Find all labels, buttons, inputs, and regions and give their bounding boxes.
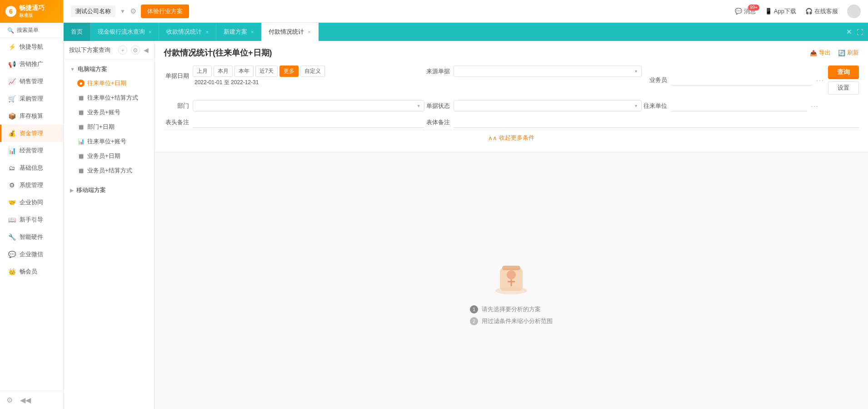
scheme-item-label: 往来单位+结算方式 (87, 94, 138, 102)
scheme-item-label: 业务员+账号 (87, 108, 120, 116)
sidebar-item-operations[interactable]: 📊 经营管理 (0, 142, 63, 159)
date-btn-custom[interactable]: 自定义 (300, 66, 325, 77)
main-content: 测试公司名称 ▼ ⚙ 体验行业方案 💬 消息 99+ 📱 App下载 🎧 在线客… (64, 0, 868, 409)
tab-payment-stats-close[interactable]: × (308, 29, 310, 35)
sidebar-search[interactable]: 🔍 搜索菜单 (0, 23, 63, 38)
service-label: 在线客服 (814, 7, 838, 15)
tab-home[interactable]: 首页 (64, 23, 90, 41)
sidebar-item-collab[interactable]: 🤝 企业协同 (0, 194, 63, 211)
date-btn-more[interactable]: 更多 (279, 66, 299, 77)
note-header-input[interactable] (193, 117, 424, 128)
tab-new-scheme[interactable]: 新建方案 × (216, 23, 261, 41)
tab-maximize-icon[interactable]: ⛶ (857, 28, 863, 36)
message-icon: 💬 (735, 8, 742, 15)
group-label: 电脑端方案 (78, 65, 107, 73)
basic-info-icon: 🗂 (8, 164, 16, 172)
salesman-input[interactable] (671, 75, 813, 86)
scheme-item-partner-account[interactable]: 📊 往来单位+账号 (64, 134, 154, 149)
scheme-item-salesman-settlement[interactable]: ▦ 业务员+结算方式 (64, 163, 154, 178)
topbar-settings-icon[interactable]: ⚙ (130, 7, 136, 15)
tab-new-scheme-label: 新建方案 (224, 28, 247, 36)
tab-close-all-icon[interactable]: ✕ (846, 28, 852, 36)
sidebar-item-wechat[interactable]: 💬 企业微信 (0, 246, 63, 263)
scheme-item-label: 业务员+日期 (87, 152, 120, 160)
scheme-item-dept-date[interactable]: ▦ 部门+日期 (64, 120, 154, 134)
tab-bank-flow-close[interactable]: × (149, 29, 151, 35)
partner-more-btn[interactable]: ··· (811, 102, 819, 110)
salesman-label: 业务员 (642, 76, 667, 84)
scheme-group-desktop: ▼ 电脑端方案 ● 往来单位+日期 ▦ 往来单位+结算方式 ▦ 业务员+账号 ▦ (64, 60, 154, 181)
collapse-more-btn[interactable]: ∧∧ 收起更多条件 (164, 130, 859, 146)
scheme-item-salesman-date[interactable]: ▦ 业务员+日期 (64, 149, 154, 163)
query-button[interactable]: 查询 (828, 66, 859, 79)
company-name[interactable]: 测试公司名称 (71, 5, 115, 17)
settings-button[interactable]: 设置 (828, 81, 859, 95)
scheme-item-partner-settlement[interactable]: ▦ 往来单位+结算方式 (64, 91, 154, 105)
tabbar: 首页 现金银行流水查询 × 收款情况统计 × 新建方案 × 付款情况统计 × ✕… (64, 23, 868, 41)
user-avatar[interactable] (847, 5, 861, 18)
add-scheme-btn[interactable]: + (118, 45, 127, 55)
sidebar-item-sales[interactable]: 📈 销售管理 (0, 73, 63, 90)
tab-home-label: 首页 (71, 28, 83, 36)
salesman-more-btn[interactable]: ··· (816, 76, 824, 84)
sidebar-item-member[interactable]: 👑 畅会员 (0, 263, 63, 280)
collapse-sidebar-icon[interactable]: ◀◀ (20, 396, 31, 404)
doc-status-select[interactable] (454, 100, 642, 111)
page-content: 按以下方案查询 + ⚙ ◀ ▼ 电脑端方案 ● 往来单位+日期 ▦ (64, 41, 868, 409)
scheme-group-desktop-title[interactable]: ▼ 电脑端方案 (64, 62, 154, 76)
sidebar-item-hardware[interactable]: 🔧 智能硬件 (0, 228, 63, 246)
scheme-panel-title: 按以下方案查询 (69, 46, 110, 54)
date-btn-7days[interactable]: 近7天 (255, 66, 278, 77)
quick-nav-icon: ⚡ (8, 43, 16, 51)
tip-text-1: 请先选择要分析的方案 (482, 305, 541, 313)
date-btn-last-month[interactable]: 上月 (193, 66, 212, 77)
filter-area: 付款情况统计(往来单位+日期) 📤 导出 🔄 刷新 (155, 41, 868, 152)
sidebar-item-finance[interactable]: 💰 资金管理 (0, 125, 63, 142)
company-dropdown-icon[interactable]: ▼ (120, 8, 125, 15)
scheme-panel-collapse[interactable]: ◀ (144, 46, 149, 54)
sidebar-item-label: 库存核算 (20, 112, 43, 120)
date-btn-this-year[interactable]: 本年 (234, 66, 254, 77)
sidebar-item-label: 新手引导 (20, 216, 43, 224)
scheme-group-mobile-title[interactable]: ▶ 移动端方案 (64, 183, 154, 197)
settings-icon[interactable]: ⚙ (6, 396, 13, 404)
app-download-action[interactable]: 📱 App下载 (765, 7, 796, 15)
tab-receipt-stats[interactable]: 收款情况统计 × (159, 23, 216, 41)
note-body-input[interactable] (454, 117, 859, 128)
collapse-icon: ∧∧ (488, 135, 497, 141)
tab-bank-flow[interactable]: 现金银行流水查询 × (90, 23, 159, 41)
dept-label: 部门 (164, 102, 189, 110)
inventory-icon: 📦 (8, 112, 16, 120)
scheme-item-salesman-account[interactable]: ▦ 业务员+账号 (64, 105, 154, 120)
message-action[interactable]: 💬 消息 99+ (735, 7, 756, 15)
empty-state: 1 请先选择要分析的方案 2 用过滤条件来缩小分析范围 (470, 254, 553, 325)
partner-input[interactable] (671, 101, 807, 111)
sidebar-item-marketing[interactable]: 📢 营销推广 (0, 56, 63, 73)
app-header: 6 畅捷通巧 标准版 (0, 0, 63, 23)
group-label: 移动端方案 (76, 186, 106, 194)
app-subtitle: 标准版 (19, 12, 45, 19)
sidebar-item-system[interactable]: ⚙ 系统管理 (0, 177, 63, 194)
scheme-item-icon: ▦ (77, 167, 85, 174)
page-title-row: 付款情况统计(往来单位+日期) 📤 导出 🔄 刷新 (164, 47, 859, 58)
sidebar-item-basic-info[interactable]: 🗂 基础信息 (0, 159, 63, 177)
sidebar-item-purchase[interactable]: 🛒 采购管理 (0, 90, 63, 107)
tab-receipt-stats-close[interactable]: × (205, 29, 208, 35)
member-icon: 👑 (8, 268, 16, 276)
source-doc-select[interactable] (454, 66, 642, 77)
export-btn[interactable]: 📤 导出 (810, 49, 831, 57)
sidebar-item-label: 经营管理 (20, 146, 43, 155)
tab-new-scheme-close[interactable]: × (251, 29, 254, 35)
sidebar-item-inventory[interactable]: 📦 库存核算 (0, 107, 63, 125)
online-service-action[interactable]: 🎧 在线客服 (805, 7, 838, 15)
scheme-settings-btn[interactable]: ⚙ (131, 45, 140, 55)
app-download-icon: 📱 (765, 8, 772, 15)
sidebar-item-guide[interactable]: 📖 新手引导 (0, 211, 63, 228)
trial-button[interactable]: 体验行业方案 (141, 5, 189, 18)
dept-select[interactable] (193, 100, 424, 111)
date-btn-this-month[interactable]: 本月 (214, 66, 233, 77)
refresh-btn[interactable]: 🔄 刷新 (838, 49, 859, 57)
scheme-item-partner-date[interactable]: ● 往来单位+日期 (64, 76, 154, 91)
tab-payment-stats[interactable]: 付款情况统计 × (261, 23, 318, 41)
sidebar-item-quick-nav[interactable]: ⚡ 快捷导航 (0, 38, 63, 56)
